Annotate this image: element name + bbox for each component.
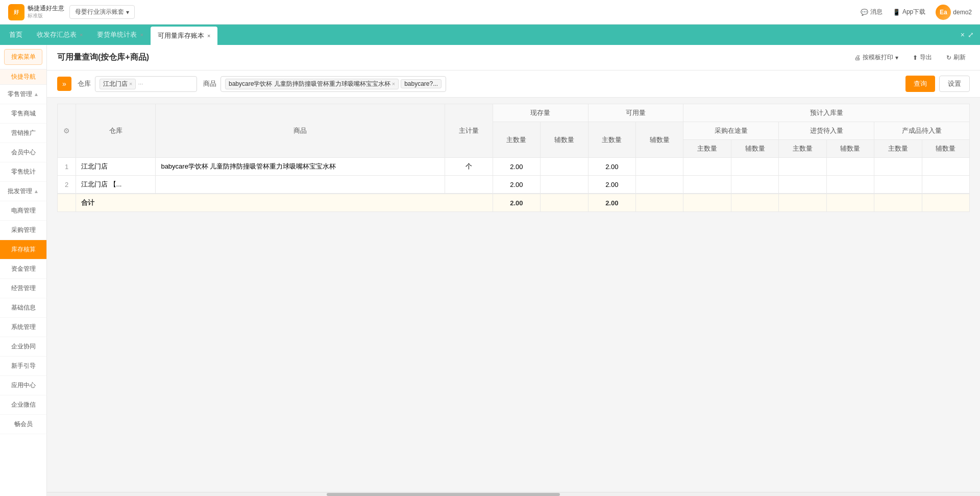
goods-tag1-text: babycare学饮杯 儿童防摔防撞吸管杯重力球吸嘴杯宝宝水杯	[229, 80, 390, 88]
tab-available-close-icon[interactable]: ×	[207, 33, 210, 39]
goods-tag1-close-icon[interactable]: ×	[392, 81, 395, 87]
scroll-thumb[interactable]	[327, 493, 560, 496]
sidebar-quick-nav-btn[interactable]: 快捷导航	[0, 69, 46, 85]
sidebar-item-member2[interactable]: 畅会员	[0, 415, 46, 434]
sidebar: 搜索菜单 快捷导航 零售管理 ▲ 零售商城 营销推广 会员中心 零售统计 批发管…	[0, 45, 47, 496]
sidebar-item-guide[interactable]: 新手引导	[0, 357, 46, 376]
sidebar-item-zero-mall[interactable]: 零售商城	[0, 104, 46, 124]
filter-actions: 查询 设置	[905, 76, 970, 92]
table-settings-icon[interactable]: ⚙	[63, 127, 70, 135]
close-all-btn[interactable]: ×	[961, 31, 965, 39]
row2-warehouse: 江北门店 【...	[76, 176, 156, 194]
goods-tag-2: babycare?...	[401, 79, 442, 88]
col-current-main-header: 主数量	[493, 122, 540, 158]
sidebar-item-ecommerce[interactable]: 电商管理	[0, 201, 46, 221]
row1-warehouse: 江北门店	[76, 158, 156, 176]
refresh-label: 刷新	[953, 53, 966, 62]
page-title: 可用量查询(按仓库+商品)	[57, 52, 149, 63]
user-area[interactable]: Ea demo2	[936, 5, 972, 20]
message-btn[interactable]: 💬 消息	[861, 8, 883, 16]
row2-main-unit	[445, 176, 493, 194]
footer-arrival-aux	[826, 194, 874, 212]
expand-btn[interactable]: ⤢	[968, 31, 974, 39]
row1-purchase-aux	[731, 158, 778, 176]
row1-current-main: 2.00	[493, 158, 540, 176]
footer-label: 合计	[76, 194, 493, 212]
sidebar-item-inventory[interactable]: 库存核算	[0, 240, 46, 259]
sidebar-item-apps[interactable]: 应用中心	[0, 376, 46, 395]
sidebar-item-wechat[interactable]: 企业微信	[0, 395, 46, 415]
refresh-btn[interactable]: ↻ 刷新	[942, 51, 970, 64]
sidebar-item-finance[interactable]: 资金管理	[0, 259, 46, 279]
row1-main-unit: 个	[445, 158, 493, 176]
sidebar-search-btn[interactable]: 搜索菜单	[4, 49, 42, 65]
export-btn[interactable]: ⬆ 导出	[909, 51, 936, 64]
warehouse-filter-more-icon[interactable]: ···	[138, 80, 143, 87]
row1-arrival-main	[779, 158, 826, 176]
row2-arrival-aux	[826, 176, 874, 194]
col-arrival-group-header: 进货待入量	[779, 122, 874, 140]
tab-order-stat[interactable]: 要货单统计表 ×	[90, 25, 150, 45]
goods-tag-1: babycare学饮杯 儿童防摔防撞吸管杯重力球吸嘴杯宝宝水杯 ×	[225, 79, 399, 89]
tab-home[interactable]: 首页	[2, 25, 30, 45]
row1-available-main: 2.00	[588, 158, 635, 176]
print-btn[interactable]: 🖨 按模板打印 ▾	[850, 51, 902, 64]
row1-index: 1	[58, 158, 76, 176]
row1-available-aux	[636, 158, 683, 176]
col-production-aux-header: 辅数量	[922, 140, 969, 158]
sidebar-item-member[interactable]: 会员中心	[0, 143, 46, 162]
col-warehouse-header: 仓库	[76, 104, 156, 158]
industry-select[interactable]: 母婴行业演示账套 ▾	[69, 5, 135, 19]
sidebar-item-basic[interactable]: 基础信息	[0, 298, 46, 318]
query-button[interactable]: 查询	[905, 76, 935, 92]
warehouse-tag-text: 江北门店	[103, 80, 128, 88]
col-production-group-header: 产成品待入量	[874, 122, 970, 140]
sidebar-member-label: 会员中心	[11, 148, 36, 157]
warehouse-filter-group: 仓库 江北门店 × ···	[78, 76, 197, 92]
footer-purchase-main	[683, 194, 731, 212]
print-label: 按模板打印	[863, 53, 893, 62]
sidebar-member2-label: 畅会员	[14, 420, 33, 429]
settings-button[interactable]: 设置	[939, 76, 970, 92]
sidebar-apps-label: 应用中心	[11, 381, 36, 390]
tab-receive-close-icon[interactable]: ×	[80, 32, 83, 38]
sidebar-marketing-label: 营销推广	[11, 129, 36, 137]
sidebar-zero-mall-label: 零售商城	[11, 109, 36, 118]
sidebar-item-operation[interactable]: 经营管理	[0, 279, 46, 298]
nav-tabs: 首页 收发存汇总表 × 要货单统计表 × 可用量库存账本 × × ⤢	[0, 25, 980, 45]
tab-receive-summary[interactable]: 收发存汇总表 ×	[30, 25, 90, 45]
sidebar-item-purchase[interactable]: 采购管理	[0, 221, 46, 240]
col-main-unit-header: 主计量	[445, 104, 493, 158]
app-download-btn[interactable]: 📱 App下载	[893, 8, 925, 16]
col-current-aux-header: 辅数量	[541, 122, 588, 158]
warehouse-tag-input[interactable]: 江北门店 × ···	[95, 76, 197, 92]
sidebar-item-wholesale[interactable]: 批发管理 ▲	[0, 182, 46, 201]
top-bar-left: 好 畅捷通好生意 标准版 母婴行业演示账套 ▾	[8, 4, 135, 20]
sidebar-purchase-label: 采购管理	[11, 226, 36, 234]
sidebar-item-zero-stat[interactable]: 零售统计	[0, 162, 46, 182]
app-download-label: App下载	[902, 8, 925, 16]
warehouse-tag-close-icon[interactable]: ×	[129, 81, 132, 87]
row1-purchase-main	[683, 158, 731, 176]
app-icon: 📱	[893, 9, 900, 16]
tab-available-inventory[interactable]: 可用量库存账本 ×	[151, 27, 217, 45]
sidebar-system-label: 系统管理	[11, 323, 36, 332]
col-goods-header: 商品	[156, 104, 445, 158]
sidebar-wholesale-arrow-icon: ▲	[34, 188, 39, 194]
sidebar-item-zero-retail[interactable]: 零售管理 ▲	[0, 85, 46, 104]
filter-expand-btn[interactable]: »	[57, 77, 71, 91]
sidebar-item-enterprise[interactable]: 企业协同	[0, 337, 46, 357]
row2-purchase-aux	[731, 176, 778, 194]
tab-order-close-icon[interactable]: ×	[140, 32, 143, 38]
row1-goods: babycare学饮杯 儿童防摔防撞吸管杯重力球吸嘴杯宝宝水杯	[156, 158, 445, 176]
goods-tag-input[interactable]: babycare学饮杯 儿童防摔防撞吸管杯重力球吸嘴杯宝宝水杯 × babyca…	[220, 76, 446, 92]
print-chevron-icon: ▾	[895, 54, 898, 61]
col-incoming-group-header: 预计入库量	[683, 104, 970, 122]
sidebar-item-system[interactable]: 系统管理	[0, 318, 46, 337]
sidebar-item-marketing[interactable]: 营销推广	[0, 124, 46, 143]
home-label: 首页	[9, 30, 22, 39]
refresh-icon: ↻	[946, 54, 951, 61]
industry-label: 母婴行业演示账套	[75, 8, 124, 16]
inventory-table: ⚙ 仓库 商品 主计量 现存量 可用量 预计入库量 主数量 辅数量 主数量 辅数…	[57, 104, 970, 212]
horizontal-scrollbar[interactable]	[47, 492, 980, 496]
